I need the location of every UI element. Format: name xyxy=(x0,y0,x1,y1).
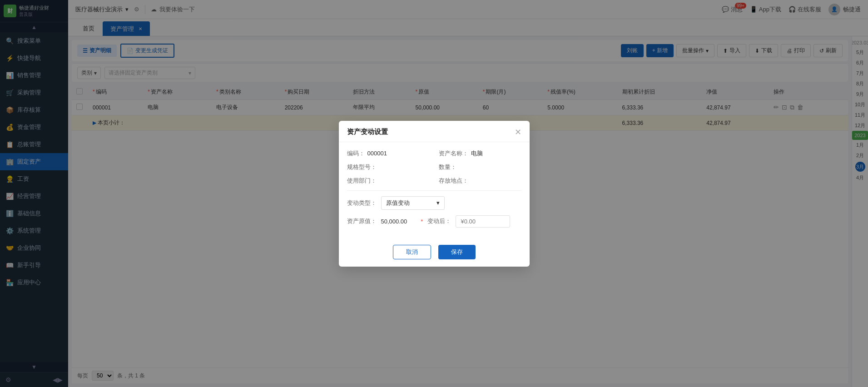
modal-field-storage: 存放地点： xyxy=(439,177,521,185)
modal-field-code: 编码： 000001 xyxy=(347,149,430,158)
modal-footer: 取消 保存 xyxy=(339,240,530,267)
after-change-input[interactable] xyxy=(456,215,510,228)
modal-close-icon[interactable]: ✕ xyxy=(515,127,521,137)
after-change-label: 变动后： xyxy=(427,217,451,225)
modal-field-spec: 规格型号： xyxy=(347,163,430,171)
modal-field-department: 使用部门： xyxy=(347,177,430,185)
code-value: 000001 xyxy=(367,150,387,157)
modal-header: 资产变动设置 ✕ xyxy=(339,121,530,142)
chevron-down-icon: ▾ xyxy=(436,199,440,206)
storage-label: 存放地点： xyxy=(439,177,468,185)
asset-value-label: 资产原值： xyxy=(347,217,377,225)
change-type-label: 变动类型： xyxy=(347,199,377,207)
required-star: * xyxy=(421,218,423,225)
modal-value-row: 资产原值： 50,000.00 * 变动后： xyxy=(347,215,521,228)
modal-change-type-row: 变动类型： 原值变动 ▾ xyxy=(347,196,521,210)
code-label: 编码： xyxy=(347,149,365,158)
save-button[interactable]: 保存 xyxy=(438,245,476,259)
quantity-label: 数量： xyxy=(439,163,456,171)
change-type-value: 原值变动 xyxy=(386,199,410,207)
department-label: 使用部门： xyxy=(347,177,377,185)
asset-value: 50,000.00 xyxy=(381,218,407,225)
change-type-select[interactable]: 原值变动 ▾ xyxy=(381,196,445,210)
name-label: 资产名称： xyxy=(439,149,468,158)
modal-overlay: 资产变动设置 ✕ 编码： 000001 资产名称： 电脑 规格型号： xyxy=(0,0,868,387)
modal-divider xyxy=(347,190,521,191)
modal-title: 资产变动设置 xyxy=(347,128,388,136)
modal-row-2: 规格型号： 数量： xyxy=(347,163,521,171)
cancel-button[interactable]: 取消 xyxy=(393,245,431,259)
modal-row-1: 编码： 000001 资产名称： 电脑 xyxy=(347,149,521,158)
name-value: 电脑 xyxy=(471,149,483,158)
modal-row-3: 使用部门： 存放地点： xyxy=(347,177,521,185)
asset-change-modal: 资产变动设置 ✕ 编码： 000001 资产名称： 电脑 规格型号： xyxy=(339,121,530,267)
modal-field-name: 资产名称： 电脑 xyxy=(439,149,521,158)
modal-body: 编码： 000001 资产名称： 电脑 规格型号： 数量： xyxy=(339,142,530,240)
spec-label: 规格型号： xyxy=(347,163,377,171)
modal-field-quantity: 数量： xyxy=(439,163,521,171)
